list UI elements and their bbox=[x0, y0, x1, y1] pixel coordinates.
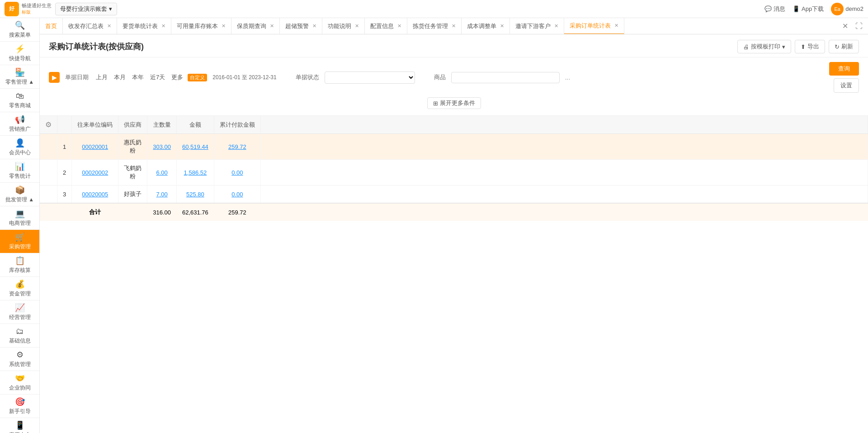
sidebar-item-label: 零售统计 bbox=[9, 172, 31, 180]
sidebar-item-label: 基础信息 bbox=[9, 337, 31, 345]
sidebar-item-enterprise[interactable]: 🤝企业协同 bbox=[0, 371, 39, 395]
main-layout: 🔍搜索菜单⚡快捷导航🏪零售管理 ▲🛍零售商城📢营销推广👤会员中心📊零售统计📦批发… bbox=[0, 18, 868, 433]
footer-paid: 259.72 bbox=[214, 203, 260, 221]
refresh-button[interactable]: ↻ 刷新 bbox=[829, 40, 859, 53]
close-tab-icon[interactable]: ✕ bbox=[840, 20, 850, 32]
table-header-row: ⚙ 往来单位编码 供应商 主数量 金额 累计付款金额 bbox=[40, 116, 868, 134]
user-profile[interactable]: Ea demo2 bbox=[831, 3, 863, 15]
row-qty[interactable]: 6.00 bbox=[147, 160, 177, 186]
export-button[interactable]: ⬆ 导出 bbox=[795, 40, 825, 53]
more-fields-icon[interactable]: ... bbox=[565, 74, 571, 81]
sidebar-item-member[interactable]: 👤会员中心 bbox=[0, 136, 39, 159]
tab-close-icon[interactable]: ✕ bbox=[554, 23, 558, 29]
tab-home[interactable]: 首页 bbox=[40, 18, 63, 34]
sidebar-item-search[interactable]: 🔍搜索菜单 bbox=[0, 18, 39, 42]
sidebar-item-stock[interactable]: 📋库存核算 bbox=[0, 253, 39, 277]
tab-close-icon[interactable]: ✕ bbox=[452, 23, 456, 29]
tab-close-icon[interactable]: ✕ bbox=[355, 23, 359, 29]
tab-close-icon[interactable]: ✕ bbox=[270, 23, 274, 29]
status-filter-label: 单据状态 bbox=[296, 73, 319, 81]
last-month-btn[interactable]: 上月 bbox=[94, 72, 109, 82]
status-select[interactable] bbox=[325, 71, 415, 84]
tab-close-icon[interactable]: ✕ bbox=[312, 23, 316, 29]
chevron-down-icon: ▾ bbox=[109, 5, 112, 12]
sidebar-item-label: 企业协同 bbox=[9, 384, 31, 392]
app-download-button[interactable]: 📱 App下载 bbox=[793, 5, 824, 13]
sidebar-item-purchase[interactable]: 🛒采购管理 bbox=[0, 230, 39, 253]
7days-btn[interactable]: 近7天 bbox=[148, 72, 167, 82]
member-icon: 👤 bbox=[15, 138, 25, 148]
sidebar-item-basic[interactable]: 🗂基础信息 bbox=[0, 324, 39, 347]
footer-qty: 316.00 bbox=[147, 203, 177, 221]
tab-close-icon[interactable]: ✕ bbox=[107, 23, 111, 29]
tab-close-icon[interactable]: ✕ bbox=[500, 23, 504, 29]
tab-close-icon[interactable]: ✕ bbox=[614, 23, 618, 29]
row-code[interactable]: 00020001 bbox=[72, 134, 118, 160]
goods-input[interactable] bbox=[451, 72, 560, 83]
sidebar-item-retail[interactable]: 🏪零售管理 ▲ bbox=[0, 65, 39, 89]
column-settings-icon[interactable]: ⚙ bbox=[45, 121, 52, 128]
tab-close-icon[interactable]: ✕ bbox=[161, 23, 165, 29]
row-amount[interactable]: 60,519.44 bbox=[177, 134, 214, 160]
row-amount[interactable]: 1,586.52 bbox=[177, 160, 214, 186]
sidebar-item-system[interactable]: ⚙系统管理 bbox=[0, 347, 39, 371]
row-code[interactable]: 00020002 bbox=[72, 160, 118, 186]
more-date-btn[interactable]: 更多 bbox=[170, 72, 185, 82]
row-qty[interactable]: 303.00 bbox=[147, 134, 177, 160]
row-amount[interactable]: 525.80 bbox=[177, 186, 214, 204]
footer-extra bbox=[260, 203, 868, 221]
tab-chaochujingbao[interactable]: 超储预警✕ bbox=[280, 18, 322, 34]
sidebar-item-store[interactable]: 🛍零售商城 bbox=[0, 89, 39, 112]
sidebar-item-ops[interactable]: 📈经营管理 bbox=[0, 300, 39, 324]
this-month-btn[interactable]: 本月 bbox=[112, 72, 127, 82]
date-shortcuts: 上月 本月 本年 近7天 更多 自定义 bbox=[94, 72, 207, 82]
sidebar-item-label: 资金管理 bbox=[9, 290, 31, 298]
sidebar-item-quick[interactable]: ⚡快捷导航 bbox=[0, 42, 39, 65]
workspace-selector[interactable]: 母婴行业演示账套 ▾ bbox=[55, 3, 117, 15]
tab-gongneng[interactable]: 功能说明✕ bbox=[322, 18, 365, 34]
row-code[interactable]: 00020005 bbox=[72, 186, 118, 204]
filter-toggle-btn[interactable]: ▶ bbox=[49, 72, 60, 83]
row-paid[interactable]: 259.72 bbox=[214, 134, 260, 160]
logo-icon: 好 bbox=[5, 2, 19, 16]
data-table: ⚙ 往来单位编码 供应商 主数量 金额 累计付款金额 1 00020001 惠氏… bbox=[40, 116, 868, 221]
tab-peizhi[interactable]: 配置信息✕ bbox=[365, 18, 407, 34]
filter-settings-button[interactable]: 设置 bbox=[834, 78, 859, 93]
query-button[interactable]: 查询 bbox=[829, 62, 859, 76]
sidebar-item-appcenter[interactable]: 📱应用中心 bbox=[0, 418, 39, 433]
sidebar-item-newguide[interactable]: 🎯新手引导 bbox=[0, 395, 39, 418]
message-button[interactable]: 💬 消息 bbox=[764, 5, 785, 13]
tab-close-icon[interactable]: ✕ bbox=[397, 23, 401, 29]
filter-area: ▶ 单据日期 上月 本月 本年 近7天 更多 自定义 2016-01-01 至 … bbox=[40, 57, 868, 116]
sidebar-item-label: 批发管理 ▲ bbox=[5, 196, 34, 204]
tab-chengben[interactable]: 成本调整单✕ bbox=[462, 18, 510, 34]
tab-label: 收发存汇总表 bbox=[68, 22, 104, 30]
tab-label: 首页 bbox=[45, 22, 57, 30]
tab-close-icon[interactable]: ✕ bbox=[222, 23, 226, 29]
row-index: 2 bbox=[57, 160, 72, 186]
tab-yaohuo[interactable]: 要货单统计表✕ bbox=[117, 18, 171, 34]
tab-caigou[interactable]: 采购订单统计表✕ bbox=[564, 18, 624, 34]
sidebar-item-retail-stat[interactable]: 📊零售统计 bbox=[0, 159, 39, 183]
sidebar-item-finance[interactable]: 💰资金管理 bbox=[0, 277, 39, 300]
newguide-icon: 🎯 bbox=[15, 397, 25, 407]
top-bar: 好 畅捷通好生意 标版 母婴行业演示账套 ▾ 💬 消息 📱 App下载 Ea d… bbox=[0, 0, 868, 18]
sidebar-item-batch[interactable]: 📦批发管理 ▲ bbox=[0, 183, 39, 206]
tab-baozhi[interactable]: 保质期查询✕ bbox=[231, 18, 280, 34]
sidebar-item-ecom[interactable]: 💻电商管理 bbox=[0, 206, 39, 230]
maximize-icon[interactable]: ⛶ bbox=[854, 20, 864, 32]
this-year-btn[interactable]: 本年 bbox=[130, 72, 146, 82]
sidebar-item-marketing[interactable]: 📢营销推广 bbox=[0, 112, 39, 136]
expand-more-btn[interactable]: ⊞ 展开更多条件 bbox=[427, 97, 481, 109]
date-filter-label: 单据日期 bbox=[65, 73, 89, 81]
mobile-icon: 📱 bbox=[793, 5, 800, 12]
tab-tuo[interactable]: 拣货任务管理✕ bbox=[407, 18, 462, 34]
stock-icon: 📋 bbox=[15, 256, 25, 266]
tab-yaoqing[interactable]: 邀请下游客户✕ bbox=[510, 18, 564, 34]
print-button[interactable]: 🖨 按模板打印 ▾ bbox=[737, 40, 791, 53]
tab-shoufa[interactable]: 收发存汇总表✕ bbox=[63, 18, 117, 34]
row-paid[interactable]: 0.00 bbox=[214, 160, 260, 186]
row-paid[interactable]: 0.00 bbox=[214, 186, 260, 204]
row-qty[interactable]: 7.00 bbox=[147, 186, 177, 204]
tab-keyong[interactable]: 可用量库存账本✕ bbox=[171, 18, 231, 34]
